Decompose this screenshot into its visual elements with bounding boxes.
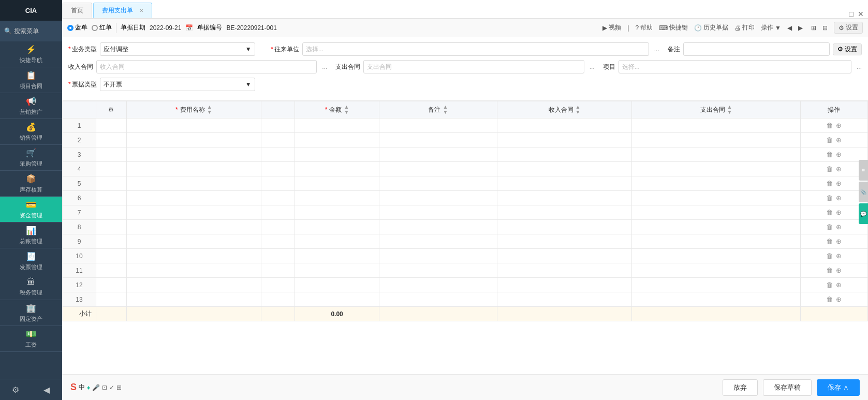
row-copy-btn[interactable]: ⊕ bbox=[836, 122, 842, 129]
row-expense-cell[interactable] bbox=[632, 162, 801, 176]
row-expense-cell[interactable] bbox=[632, 118, 801, 133]
save-draft-button[interactable]: 保存草稿 bbox=[763, 379, 812, 396]
row-delete-btn[interactable]: 🗑 bbox=[826, 238, 833, 245]
discard-button[interactable]: 放弃 bbox=[723, 379, 758, 396]
row-name-cell[interactable] bbox=[126, 133, 261, 147]
row-income-cell[interactable] bbox=[497, 191, 631, 205]
memo-settings-btn[interactable]: ⚙ 设置 bbox=[833, 43, 862, 55]
row-amount-cell[interactable] bbox=[295, 249, 379, 263]
row-note-cell[interactable] bbox=[379, 191, 497, 205]
row-delete-btn[interactable]: 🗑 bbox=[826, 209, 833, 216]
row-expense-cell[interactable] bbox=[632, 191, 801, 205]
row-delete-btn[interactable]: 🗑 bbox=[826, 136, 833, 144]
row-expense-cell[interactable] bbox=[632, 176, 801, 191]
row-sort-cell[interactable] bbox=[261, 263, 295, 278]
red-bill-radio[interactable]: 红单 bbox=[92, 23, 112, 32]
settings-btn[interactable]: ⚙ 设置 bbox=[834, 22, 863, 34]
sidebar-item-tax[interactable]: 🏛 税务管理 bbox=[0, 274, 62, 300]
row-name-cell[interactable] bbox=[126, 176, 261, 191]
actions-btn[interactable]: 操作 ▼ bbox=[761, 23, 781, 32]
row-sort-cell[interactable] bbox=[261, 249, 295, 263]
row-sort-cell[interactable] bbox=[261, 220, 295, 234]
income-contract-dots[interactable]: ... bbox=[322, 63, 327, 70]
row-expense-cell[interactable] bbox=[632, 278, 801, 292]
row-name-cell[interactable] bbox=[126, 292, 261, 307]
row-delete-btn[interactable]: 🗑 bbox=[826, 281, 833, 289]
row-name-cell[interactable] bbox=[126, 220, 261, 234]
row-amount-cell[interactable] bbox=[295, 278, 379, 292]
row-income-cell[interactable] bbox=[497, 162, 631, 176]
col-settings-header[interactable]: ⚙ bbox=[96, 101, 127, 118]
counterpart-select[interactable]: 选择... bbox=[302, 42, 649, 56]
row-copy-btn[interactable]: ⊕ bbox=[836, 180, 842, 187]
row-sort-cell[interactable] bbox=[261, 176, 295, 191]
row-copy-btn[interactable]: ⊕ bbox=[836, 238, 842, 245]
row-amount-cell[interactable] bbox=[295, 118, 379, 133]
row-delete-btn[interactable]: 🗑 bbox=[826, 266, 833, 274]
row-expense-cell[interactable] bbox=[632, 249, 801, 263]
row-sort-cell[interactable] bbox=[261, 191, 295, 205]
row-copy-btn[interactable]: ⊕ bbox=[836, 252, 842, 260]
expense-contract-dots[interactable]: ... bbox=[590, 63, 595, 70]
blue-bill-radio[interactable]: 蓝单 bbox=[67, 23, 87, 32]
col-expense-header[interactable]: 支出合同 ▲▼ bbox=[632, 101, 801, 118]
row-amount-cell[interactable] bbox=[295, 292, 379, 307]
window-restore-btn[interactable]: □ bbox=[849, 10, 854, 18]
col-note-header[interactable]: 备注 ▲▼ bbox=[379, 101, 497, 118]
row-sort-cell[interactable] bbox=[261, 234, 295, 249]
row-amount-cell[interactable] bbox=[295, 176, 379, 191]
project-select[interactable]: 选择... bbox=[619, 60, 851, 73]
row-income-cell[interactable] bbox=[497, 220, 631, 234]
row-income-cell[interactable] bbox=[497, 249, 631, 263]
row-note-cell[interactable] bbox=[379, 133, 497, 147]
row-delete-btn[interactable]: 🗑 bbox=[826, 122, 833, 129]
row-copy-btn[interactable]: ⊕ bbox=[836, 281, 842, 289]
row-sort-cell[interactable] bbox=[261, 162, 295, 176]
row-name-cell[interactable] bbox=[126, 147, 261, 162]
row-amount-cell[interactable] bbox=[295, 205, 379, 220]
window-close-btn[interactable]: ✕ bbox=[858, 10, 864, 18]
counterpart-dots[interactable]: ... bbox=[654, 46, 659, 53]
row-sort-cell[interactable] bbox=[261, 278, 295, 292]
tab-close-icon[interactable]: ✕ bbox=[139, 8, 143, 13]
memo-input[interactable] bbox=[683, 42, 830, 56]
row-note-cell[interactable] bbox=[379, 278, 497, 292]
invoice-type-select[interactable]: 不开票 ▼ bbox=[100, 78, 255, 91]
row-delete-btn[interactable]: 🗑 bbox=[826, 223, 833, 231]
row-name-cell[interactable] bbox=[126, 263, 261, 278]
row-note-cell[interactable] bbox=[379, 118, 497, 133]
expense-contract-select[interactable]: 支出合同 bbox=[363, 60, 584, 73]
row-note-cell[interactable] bbox=[379, 162, 497, 176]
sidebar-item-sales[interactable]: 💰 销售管理 bbox=[0, 119, 62, 145]
row-delete-btn[interactable]: 🗑 bbox=[826, 180, 833, 187]
row-copy-btn[interactable]: ⊕ bbox=[836, 266, 842, 274]
row-name-cell[interactable] bbox=[126, 162, 261, 176]
calendar-icon[interactable]: 📅 bbox=[185, 24, 193, 32]
row-note-cell[interactable] bbox=[379, 176, 497, 191]
row-name-cell[interactable] bbox=[126, 249, 261, 263]
history-btn[interactable]: 🕐 历史单据 bbox=[694, 23, 728, 32]
row-amount-cell[interactable] bbox=[295, 191, 379, 205]
row-expense-cell[interactable] bbox=[632, 220, 801, 234]
row-delete-btn[interactable]: 🗑 bbox=[826, 252, 833, 260]
row-expense-cell[interactable] bbox=[632, 133, 801, 147]
col-amount-header[interactable]: * 金额 ▲▼ bbox=[295, 101, 379, 118]
row-expense-cell[interactable] bbox=[632, 205, 801, 220]
sidebar-item-marketing[interactable]: 📢 营销推广 bbox=[0, 93, 62, 119]
business-type-select[interactable]: 应付调整 ▼ bbox=[100, 42, 255, 56]
row-name-cell[interactable] bbox=[126, 234, 261, 249]
row-delete-btn[interactable]: 🗑 bbox=[826, 295, 833, 303]
col-name-header[interactable]: * 费用名称 ▲▼ bbox=[126, 101, 261, 118]
row-amount-cell[interactable] bbox=[295, 220, 379, 234]
row-income-cell[interactable] bbox=[497, 147, 631, 162]
row-delete-btn[interactable]: 🗑 bbox=[826, 194, 833, 202]
row-delete-btn[interactable]: 🗑 bbox=[826, 151, 833, 158]
row-amount-cell[interactable] bbox=[295, 147, 379, 162]
row-note-cell[interactable] bbox=[379, 249, 497, 263]
row-sort-cell[interactable] bbox=[261, 133, 295, 147]
row-note-cell[interactable] bbox=[379, 147, 497, 162]
row-note-cell[interactable] bbox=[379, 263, 497, 278]
row-sort-cell[interactable] bbox=[261, 147, 295, 162]
sidebar-search[interactable]: 🔍 搜索菜单 bbox=[0, 21, 62, 41]
row-amount-cell[interactable] bbox=[295, 162, 379, 176]
